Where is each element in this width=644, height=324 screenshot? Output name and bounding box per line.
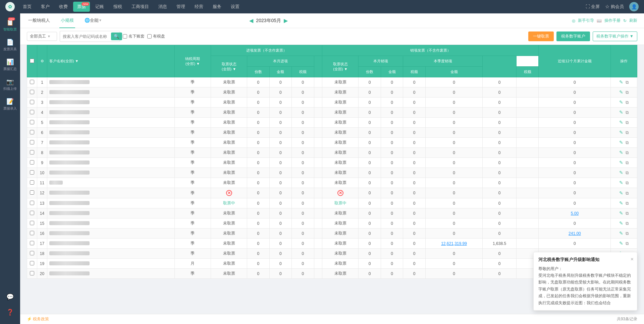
row-checkbox[interactable] [30, 231, 34, 235]
nav-manage[interactable]: 管理 [172, 2, 189, 12]
nav-client[interactable]: 客户 [37, 2, 54, 12]
th-tax-period[interactable]: 纳税周期(全部) ▼ [174, 45, 211, 77]
sidebar-item-invoice-open[interactable]: 📄 发票开具 [1, 36, 19, 54]
copy-btn[interactable]: ⧉ [626, 110, 629, 115]
select-all-checkbox[interactable] [30, 59, 34, 63]
sidebar-item-entry[interactable]: 📝 票据录入 [1, 95, 19, 114]
nav-settings[interactable]: 设置 [227, 2, 244, 12]
row-checkbox[interactable] [30, 110, 34, 114]
cumulative[interactable]: 241.00 [569, 231, 581, 236]
nav-message[interactable]: 消息 [154, 2, 171, 12]
search-input[interactable] [63, 34, 110, 39]
copy-btn[interactable]: ⧉ [626, 130, 629, 135]
copy-btn[interactable]: ⧉ [626, 241, 629, 246]
row-checkbox[interactable] [30, 221, 34, 225]
nav-business2[interactable]: 经营 [191, 2, 207, 12]
member-btn[interactable]: ☆ 购会员 [605, 4, 624, 10]
copy-btn[interactable]: ⧉ [626, 170, 629, 175]
row-checkbox[interactable] [30, 201, 34, 205]
edit-btn[interactable]: ✎ [619, 170, 623, 175]
row-checkbox[interactable] [30, 80, 34, 84]
edit-btn[interactable]: ✎ [619, 120, 623, 125]
edit-btn[interactable]: ✎ [619, 210, 623, 216]
edit-btn[interactable]: ✎ [619, 79, 623, 85]
row-checkbox[interactable] [30, 241, 34, 245]
copy-btn[interactable]: ⧉ [626, 201, 629, 206]
tax-account-btn[interactable]: 税务数字账户 [556, 31, 590, 41]
copy-btn[interactable]: ⧉ [626, 90, 629, 95]
edit-btn[interactable]: ✎ [619, 89, 623, 95]
sidebar-item-help[interactable]: ❓ [1, 306, 19, 319]
cumulative[interactable]: 5.00 [571, 211, 579, 216]
row-checkbox[interactable] [30, 170, 34, 175]
copy-btn[interactable]: ⧉ [626, 120, 629, 125]
edit-btn[interactable]: ✎ [619, 130, 623, 135]
edit-btn[interactable]: ✎ [619, 180, 623, 185]
edit-btn[interactable]: ✎ [619, 140, 623, 145]
new-guide-btn[interactable]: 新手引导 [578, 18, 594, 23]
copy-btn[interactable]: ⧉ [626, 231, 629, 236]
th-ticket-status-out[interactable]: 取票状态(全部) ▼ [322, 56, 359, 77]
tax-policy-btn[interactable]: ⚡ 税务政策 [27, 316, 49, 322]
fullscreen-btn[interactable]: ⛶ 全屏 [586, 4, 600, 10]
copy-btn[interactable]: ⧉ [626, 100, 629, 105]
refresh-btn[interactable]: 刷新 [629, 18, 637, 23]
th-ticket-status-in[interactable]: 取票状态(全部) ▼ [211, 56, 247, 77]
edit-btn[interactable]: ✎ [619, 231, 623, 236]
copy-btn[interactable]: ⧉ [626, 150, 629, 155]
season-amount[interactable]: 12,621,319.99 [441, 241, 467, 246]
filter-taxdisk-checkbox[interactable] [147, 34, 152, 39]
avatar[interactable]: 👤 [629, 2, 639, 11]
row-checkbox[interactable] [30, 100, 34, 104]
th-client-name[interactable]: 客户名称(全部) ▼ [47, 45, 175, 77]
sidebar-item-chat[interactable]: 💬 [1, 290, 19, 303]
nav-tax[interactable]: 报税 [109, 2, 126, 12]
row-checkbox[interactable] [30, 130, 34, 134]
sidebar-item-summary[interactable]: 📊 票据汇总 [1, 56, 19, 74]
row-checkbox[interactable] [30, 251, 34, 255]
nav-accounting[interactable]: 记账 [91, 2, 108, 12]
copy-btn[interactable]: ⧉ [626, 140, 629, 145]
edit-btn[interactable]: ✎ [619, 200, 623, 206]
tax-operate-btn[interactable]: 税务数字账户操作 ▼ [593, 31, 637, 41]
copy-btn[interactable]: ⧉ [626, 211, 629, 216]
row-checkbox[interactable] [30, 261, 34, 265]
nav-fee[interactable]: 收费 [55, 2, 72, 12]
copy-btn[interactable]: ⧉ [626, 191, 629, 196]
manual-btn[interactable]: 操作手册 [604, 18, 621, 23]
copy-btn[interactable]: ⧉ [626, 221, 629, 226]
nav-service[interactable]: 服务 [209, 2, 225, 12]
nav-home[interactable]: 首页 [19, 2, 36, 12]
row-checkbox[interactable] [30, 150, 34, 154]
row-checkbox[interactable] [30, 90, 34, 94]
nav-business[interactable]: 工商项目 [127, 2, 153, 12]
sidebar-item-smart-ticket[interactable]: 📋 new 智能取票 [1, 16, 19, 35]
row-checkbox[interactable] [30, 160, 34, 165]
edit-btn[interactable]: ✎ [619, 110, 623, 115]
nav-ticket[interactable]: 票据 new [73, 2, 90, 12]
sidebar-item-scan[interactable]: 📷 扫描上传 [1, 75, 19, 94]
notif-close-btn[interactable]: × [631, 255, 634, 264]
row-checkbox[interactable] [30, 120, 34, 124]
copy-btn[interactable]: ⧉ [626, 80, 629, 85]
row-checkbox[interactable] [30, 190, 34, 195]
copy-btn[interactable]: ⧉ [626, 160, 629, 165]
edit-btn[interactable]: ✎ [619, 220, 623, 226]
tab-small-scale[interactable]: 小规模 [59, 13, 75, 28]
edit-btn[interactable]: ✎ [619, 241, 623, 246]
edit-btn[interactable]: ✎ [619, 150, 623, 155]
quick-ticket-btn[interactable]: 一键取票 [528, 31, 554, 41]
filter-taxdisk-label[interactable]: 有税盘 [147, 34, 165, 39]
filter-account-checkbox[interactable] [123, 34, 127, 39]
copy-btn[interactable]: ⧉ [626, 180, 629, 185]
next-month-btn[interactable]: ▶ [284, 17, 288, 24]
search-button[interactable]: 🔍 [111, 33, 122, 40]
tab-general-taxpayer[interactable]: 一般纳税人 [27, 13, 51, 28]
row-checkbox[interactable] [30, 140, 34, 144]
prev-month-btn[interactable]: ◀ [249, 17, 253, 24]
edit-btn[interactable]: ✎ [619, 190, 623, 196]
employee-select[interactable]: 全部员工 ▼ [27, 32, 57, 41]
filter-account-label[interactable]: 名下账套 [123, 34, 145, 39]
row-checkbox[interactable] [30, 180, 34, 185]
row-checkbox[interactable] [30, 211, 34, 215]
